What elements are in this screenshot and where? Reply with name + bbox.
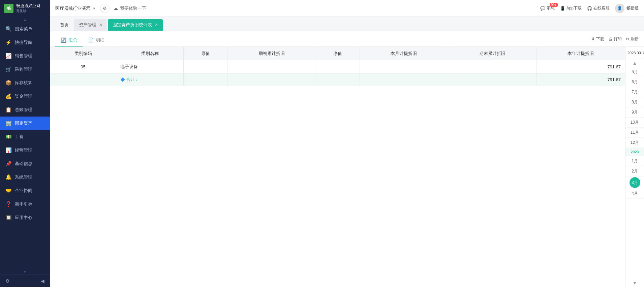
sidebar-item-app-center[interactable]: 🔲 应用中心 — [0, 211, 50, 224]
sidebar-item-operations[interactable]: 📊 经营管理 — [0, 144, 50, 157]
online-service-button[interactable]: 🎧 在线客服 — [587, 5, 610, 11]
col-header-code: 类别编码 — [50, 47, 116, 60]
cloud-icon: ☁ — [114, 6, 118, 11]
date-item-1[interactable]: 1月 — [625, 156, 644, 166]
date-panel-down[interactable]: ▼ — [625, 279, 644, 287]
summary-annual: 791.67 — [536, 73, 625, 86]
row-monthly — [360, 60, 448, 73]
user-icon: 👤 — [617, 6, 622, 10]
content-area: 🔄 汇总 📄 明细 ⬇ 下载 🖨 打印 ↻ — [50, 31, 644, 287]
settings-icon[interactable]: ⚙ — [5, 278, 10, 284]
date-item-7[interactable]: 7月 — [625, 87, 644, 97]
sidebar-item-inventory[interactable]: 📦 库存核算 — [0, 76, 50, 90]
col-header-original: 原值 — [184, 47, 227, 60]
tab-home[interactable]: 首页 — [55, 19, 73, 31]
sidebar-item-sales[interactable]: 📈 销售管理 — [0, 49, 50, 63]
company-selector[interactable]: 医疗器械行业演示 ▼ — [55, 5, 96, 11]
company-name: 医疗器械行业演示 — [55, 5, 90, 11]
sidebar-item-purchase[interactable]: 🛒 采购管理 — [0, 63, 50, 76]
collapse-icon[interactable]: ◀ — [41, 278, 44, 284]
summary-icon: 🔄 — [61, 37, 66, 43]
row-period-end — [448, 60, 536, 73]
date-item-10[interactable]: 10月 — [625, 118, 644, 128]
funds-icon: 💰 — [5, 93, 11, 99]
col-header-monthly: 本月计提折旧 — [360, 47, 448, 60]
fixed-assets-icon: 🏢 — [5, 120, 11, 126]
phone-icon: 📱 — [560, 6, 565, 11]
date-item-2[interactable]: 2月 — [625, 166, 644, 177]
date-panel-up[interactable]: ▲ — [625, 59, 644, 67]
summary-row: 🔷 合计： 791.67 — [50, 73, 625, 86]
sidebar-item-search[interactable]: 🔍 搜索菜单 — [0, 22, 50, 36]
up-arrow-icon: ▲ — [633, 60, 637, 66]
message-badge: 99+ — [550, 3, 558, 7]
sidebar-scroll-up[interactable]: ▲ — [0, 17, 50, 22]
subtab-detail[interactable]: 📄 明细 — [83, 34, 110, 46]
subtab-bar: 🔄 汇总 📄 明细 ⬇ 下载 🖨 打印 ↻ — [50, 31, 644, 47]
down-arrow-icon: ▼ — [633, 280, 637, 286]
row-initial-accum — [227, 60, 316, 73]
col-header-net: 净值 — [316, 47, 360, 60]
user-profile[interactable]: 👤 畅捷通 — [615, 4, 639, 13]
download-button[interactable]: ⬇ 下载 — [591, 36, 604, 42]
operations-icon: 📊 — [5, 147, 11, 153]
sidebar-item-ledger[interactable]: 📋 总账管理 — [0, 103, 50, 117]
purchase-icon: 🛒 — [5, 66, 11, 72]
download-icon: ⬇ — [591, 37, 595, 41]
tab-asset-mgmt[interactable]: 资产管理 ✕ — [74, 19, 107, 31]
date-item-3-active[interactable]: 3月 — [630, 177, 640, 188]
summary-initial-accum — [227, 73, 316, 86]
sidebar-item-basic-info[interactable]: 📌 基础信息 — [0, 157, 50, 170]
sidebar-item-fixed-assets[interactable]: 🏢 固定资产 — [0, 117, 50, 130]
app-center-icon: 🔲 — [5, 215, 11, 221]
company-dropdown-icon: ▼ — [92, 6, 96, 10]
sidebar-item-payroll[interactable]: 💵 工资 — [0, 130, 50, 144]
settings-button[interactable]: ⚙ — [100, 4, 110, 13]
sidebar-item-guide[interactable]: ❓ 新手引导 — [0, 197, 50, 211]
print-button[interactable]: 🖨 打印 — [608, 36, 622, 42]
topbar: 医疗器械行业演示 ▼ ⚙ ☁ 我要体验一下 💬 消息 99+ 📱 App下载 🎧… — [50, 0, 644, 17]
gear-icon: ⚙ — [103, 6, 107, 11]
sales-icon: 📈 — [5, 53, 11, 59]
sidebar-title: 畅捷通好业财 — [16, 3, 40, 9]
subtab-summary[interactable]: 🔄 汇总 — [55, 34, 83, 46]
row-net — [316, 60, 360, 73]
tab-depreciation-report[interactable]: 固定资产折旧统计表 ✕ — [108, 19, 163, 31]
sidebar-item-enterprise[interactable]: 🤝 企业协同 — [0, 184, 50, 197]
sidebar-item-system[interactable]: 🔔 系统管理 — [0, 170, 50, 184]
row-code: 05 — [50, 60, 116, 73]
refresh-button[interactable]: ↻ 刷新 — [626, 36, 639, 42]
messages-button[interactable]: 💬 消息 99+ — [540, 5, 555, 11]
experience-button[interactable]: ☁ 我要体验一下 — [114, 5, 146, 11]
subtabs: 🔄 汇总 📄 明细 — [55, 34, 110, 46]
sidebar-item-funds[interactable]: 💰 资金管理 — [0, 90, 50, 103]
date-item-11[interactable]: 11月 — [625, 128, 644, 138]
summary-period-end — [448, 73, 536, 86]
date-panel-title: 2023.03 — [627, 51, 641, 55]
summary-expand-icon[interactable]: 🔷 — [120, 77, 125, 82]
sidebar: 畅 畅捷通好业财 普及版 ▲ 🔍 搜索菜单 ⚡ 快捷导航 📈 销售管理 🛒 采购… — [0, 0, 50, 287]
tab-depreciation-close[interactable]: ✕ — [155, 23, 158, 27]
date-item-12[interactable]: 12月 — [625, 138, 644, 148]
table-container: 类别编码 类别名称 原值 期初累计折旧 净值 本月计提折旧 期末累计折旧 本年计… — [50, 47, 625, 287]
date-item-6[interactable]: 6月 — [625, 77, 644, 87]
app-download-button[interactable]: 📱 App下载 — [560, 5, 582, 11]
guide-icon: ❓ — [5, 201, 11, 207]
date-item-4[interactable]: 4月 — [625, 189, 644, 199]
tab-asset-mgmt-close[interactable]: ✕ — [99, 23, 102, 27]
sidebar-footer: ⚙ ◀ — [0, 275, 50, 287]
col-header-initial-accum: 期初累计折旧 — [227, 47, 316, 60]
headset-icon: 🎧 — [587, 6, 592, 11]
sidebar-scroll-down[interactable]: ▼ — [0, 269, 50, 275]
date-item-9[interactable]: 9月 — [625, 107, 644, 118]
date-panel-close[interactable]: ✕ — [641, 49, 644, 57]
date-item-5[interactable]: 5月 — [625, 67, 644, 77]
sidebar-item-quick-nav[interactable]: ⚡ 快捷导航 — [0, 36, 50, 49]
ledger-icon: 📋 — [5, 107, 11, 113]
inventory-icon: 📦 — [5, 80, 11, 86]
date-item-8[interactable]: 8月 — [625, 97, 644, 107]
summary-code — [50, 73, 116, 86]
main-area: 医疗器械行业演示 ▼ ⚙ ☁ 我要体验一下 💬 消息 99+ 📱 App下载 🎧… — [50, 0, 644, 287]
sidebar-logo: 畅 — [4, 4, 13, 13]
subtab-actions: ⬇ 下载 🖨 打印 ↻ 刷新 — [591, 36, 639, 45]
